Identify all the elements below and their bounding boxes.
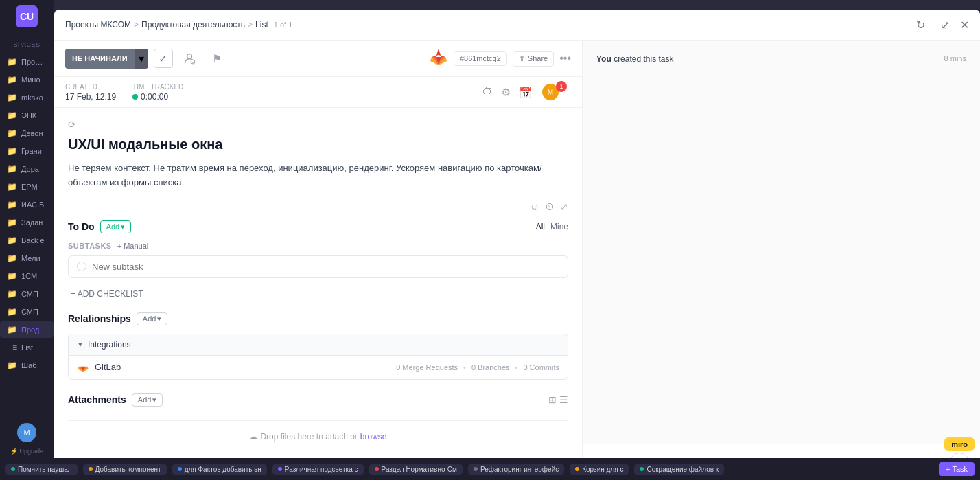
task-chip-0[interactable]: Помнить паушал <box>5 464 78 475</box>
meta-icons-group: ⏱ ⚙ 📅 М 1 <box>482 82 571 102</box>
app-logo[interactable]: CU <box>16 5 38 27</box>
integrations-group: ▼ Integrations GitLab <box>68 334 568 380</box>
sidebar-item-gran[interactable]: 📁 Грани <box>0 143 54 159</box>
sidebar-item-meli[interactable]: 📁 Мели <box>0 250 54 266</box>
filter-all-button[interactable]: All <box>536 222 545 231</box>
settings-task-icon[interactable]: ⚙ <box>501 86 511 99</box>
calendar-icon[interactable]: 📅 <box>519 86 533 99</box>
sidebar-item-smp1[interactable]: 📁 СМП <box>0 286 54 302</box>
sidebar-item-devon[interactable]: 📁 Девон <box>0 125 54 141</box>
integrations-header[interactable]: ▼ Integrations <box>69 334 568 355</box>
flag-icon[interactable]: ⚑ <box>206 47 228 69</box>
sidebar-item-proekty[interactable]: 📁 Проекты <box>0 54 54 70</box>
created-meta: CREATED 17 Feb, 12:19 <box>65 83 116 102</box>
task-dot <box>375 467 379 471</box>
browse-link[interactable]: browse <box>360 432 387 442</box>
fullscreen-icon[interactable]: ⤢ <box>560 201 568 212</box>
sidebar-item-label: Девон <box>21 129 43 137</box>
breadcrumb-middle[interactable]: Продуктовая деятельность <box>141 20 245 30</box>
sidebar-item-mksko[interactable]: 📁 mksko <box>0 89 54 106</box>
add-checklist-button[interactable]: + ADD CHECKLIST <box>68 289 568 299</box>
task-panel: НЕ НАЧИНАЛИ ▾ ✓ + ⚑ <box>54 41 583 480</box>
filter-mine-button[interactable]: Mine <box>550 222 568 231</box>
close-button[interactable]: ✕ <box>960 19 969 32</box>
status-dropdown-arrow[interactable]: ▾ <box>135 49 148 69</box>
emoji-icon[interactable]: ☺ <box>530 201 539 212</box>
list-view-button[interactable]: ☰ <box>559 394 568 405</box>
upgrade-btn[interactable]: ⚡ Upgrade <box>10 448 43 455</box>
relationships-title: Relationships <box>68 313 131 324</box>
sidebar-item-epk[interactable]: 📁 ЭПК <box>0 107 54 124</box>
avatar-group: М 1 <box>541 82 571 102</box>
sidebar-item-1cm[interactable]: 📁 1СМ <box>0 268 54 284</box>
bottom-taskbar: Помнить паушал Добавить компонент для Фа… <box>0 458 980 480</box>
assign-icon[interactable]: + <box>178 47 200 69</box>
task-content: ⟳ UX/UI модальные окна Не теряем контекс… <box>54 108 582 480</box>
expand-icon[interactable]: ⤢ <box>935 15 955 34</box>
sidebar-item-back[interactable]: 📁 Back е <box>0 232 54 249</box>
task-chip-4[interactable]: Раздел Нормативно-См <box>369 464 463 475</box>
share-task-button[interactable]: ⇧ Share <box>513 51 554 67</box>
sidebar-item-dora[interactable]: 📁 Дора <box>0 161 54 177</box>
gitlab-stats: 0 Merge Requests • 0 Branches • 0 Commit… <box>396 363 559 372</box>
relationships-add-button[interactable]: Add ▾ <box>137 312 168 325</box>
more-options-button[interactable]: ••• <box>559 52 571 65</box>
sidebar-item-smp2[interactable]: 📁 СМП <box>0 304 54 320</box>
sidebar-item-prod[interactable]: 📁 Прод <box>0 321 54 338</box>
sidebar-item-erm[interactable]: 📁 ЕРМ <box>0 179 54 195</box>
chevron-down-icon: ▾ <box>152 396 156 404</box>
breadcrumb-current[interactable]: List <box>255 20 268 30</box>
share-label: Share <box>528 54 548 62</box>
status-button[interactable]: НЕ НАЧИНАЛИ <box>65 51 135 66</box>
task-title[interactable]: UX/UI модальные окна <box>68 135 568 153</box>
time-tracked-meta: TIME TRACKED 0:00:00 <box>132 83 183 102</box>
new-subtask-input[interactable] <box>92 262 559 272</box>
task-chip-1[interactable]: Добавить компонент <box>83 464 167 475</box>
manual-button[interactable]: + Manual <box>117 242 149 250</box>
breadcrumb-root[interactable]: Проекты МКСОМ <box>65 20 131 30</box>
attachments-add-button[interactable]: Add ▾ <box>132 393 163 407</box>
toolbar-right: #861mctcq2 ⇧ Share ••• <box>429 49 571 68</box>
sidebar-item-mino[interactable]: 📁 Мино <box>0 71 54 88</box>
task-dot <box>640 467 644 471</box>
folder-icon: 📁 <box>7 57 17 67</box>
task-dot <box>278 467 282 471</box>
task-chip-2[interactable]: для Фактов добавить эн <box>172 464 267 475</box>
refresh-icon[interactable]: ↻ <box>911 15 930 34</box>
sidebar-item-ias[interactable]: 📁 ИАС Б <box>0 196 54 213</box>
task-chip-7[interactable]: Сокращение файлов к <box>634 464 724 475</box>
notification-badge: 1 <box>556 81 567 92</box>
user-avatar[interactable]: М <box>17 423 36 442</box>
sidebar-item-list[interactable]: ≡ List <box>0 339 54 356</box>
task-chip-label: Рефакторинг интерфейс <box>480 466 559 473</box>
task-id-button[interactable]: #861mctcq2 <box>454 51 507 66</box>
task-chip-6[interactable]: Корзин для с <box>570 464 629 475</box>
timer-icon[interactable]: ⏱ <box>482 86 493 98</box>
task-chip-label: Различная подсветка с <box>285 466 358 473</box>
miro-badge[interactable]: miro <box>944 437 975 451</box>
grid-view-button[interactable]: ⊞ <box>548 394 557 405</box>
history-icon[interactable]: ⏲ <box>545 201 555 212</box>
task-chip-5[interactable]: Рефакторинг интерфейс <box>468 464 564 475</box>
task-chip-label: Раздел Нормативно-См <box>382 466 457 473</box>
task-dot <box>89 467 93 471</box>
page-indicator: 1 of 1 <box>274 21 293 29</box>
sidebar-nav: 📁 Проекты 📁 Мино 📁 mksko 📁 ЭПК 📁 Девон 📁… <box>0 54 54 374</box>
sidebar-item-label: Мино <box>21 76 40 84</box>
created-value: 17 Feb, 12:19 <box>65 92 116 102</box>
sidebar-item-label: Дора <box>21 165 39 173</box>
task-description[interactable]: Не теряем контекст. Не тратим время на п… <box>68 161 568 190</box>
sidebar-item-shab[interactable]: 📁 Шаб <box>0 357 54 374</box>
todo-add-button[interactable]: Add ▾ <box>100 220 132 233</box>
folder-icon: 📁 <box>7 289 17 299</box>
complete-check-button[interactable]: ✓ <box>154 49 173 68</box>
task-chip-label: для Фактов добавить эн <box>185 466 261 473</box>
subtask-check-icon <box>77 262 86 271</box>
new-task-button[interactable]: + Task <box>939 462 975 476</box>
folder-icon: 📁 <box>7 93 17 102</box>
sidebar-item-label: List <box>21 343 33 352</box>
activity-panel: You created this task 8 mins ○ <box>583 41 980 480</box>
sidebar-item-zadach[interactable]: 📁 Задан <box>0 214 54 231</box>
task-chip-3[interactable]: Различная подсветка с <box>272 464 364 475</box>
drop-area: ☁ Drop files here to attach or browse <box>68 420 568 453</box>
